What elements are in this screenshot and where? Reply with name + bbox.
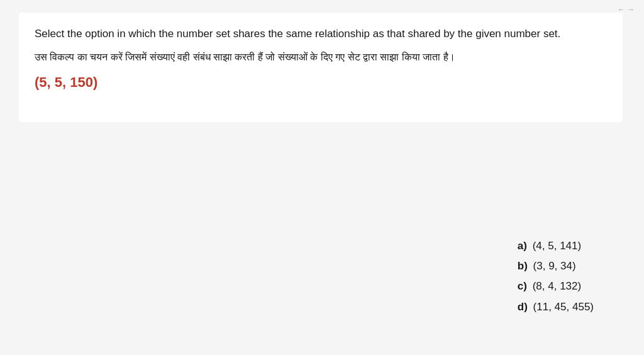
question-text-english: Select the option in which the number se… (35, 25, 607, 42)
page-container: ← → Select the option in which the numbe… (0, 0, 644, 355)
option-b[interactable]: b) (3, 9, 34) (518, 256, 594, 276)
option-a[interactable]: a) (4, 5, 141) (518, 236, 594, 256)
option-c[interactable]: c) (8, 4, 132) (518, 276, 594, 296)
question-text-hindi: उस विकल्प का चयन करें जिसमें संख्याएं वह… (35, 48, 607, 65)
option-b-value: (3, 9, 34) (533, 260, 576, 272)
option-c-value: (8, 4, 132) (533, 280, 582, 292)
given-set: (5, 5, 150) (35, 74, 607, 91)
option-d-label: d) (518, 301, 528, 313)
option-c-label: c) (518, 280, 527, 292)
option-b-label: b) (518, 260, 528, 272)
option-a-value: (4, 5, 141) (533, 240, 582, 252)
option-d-value: (11, 45, 455) (533, 301, 594, 313)
question-block: Select the option in which the number se… (19, 13, 623, 122)
corner-nav: ← → (618, 5, 635, 14)
options-block: a) (4, 5, 141) b) (3, 9, 34) c) (8, 4, 1… (518, 236, 594, 317)
option-d[interactable]: d) (11, 45, 455) (518, 297, 594, 317)
option-a-label: a) (518, 240, 527, 252)
